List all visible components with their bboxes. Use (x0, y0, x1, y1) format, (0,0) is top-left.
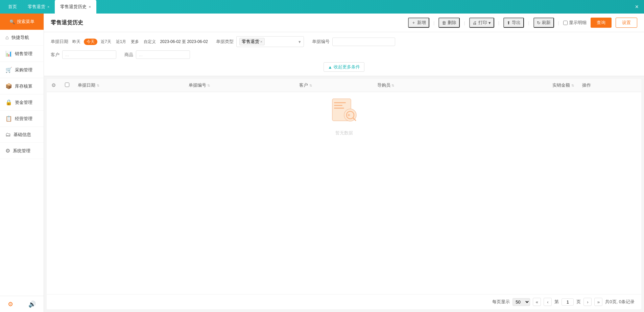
per-page-select[interactable]: 10 20 50 100 (512, 298, 530, 306)
pagination: 每页显示 10 20 50 100 « ‹ 第 1 页 › (47, 294, 641, 309)
collapse-label: 收起更多条件 (334, 64, 360, 70)
main-layout: 🔍 搜索菜单 ⌂ 快捷导航 📊 销售管理 🛒 采购管理 📦 库存核算 🔒 (0, 14, 644, 312)
sidebar-item-purchase-mgmt[interactable]: 🛒 采购管理 (0, 62, 44, 78)
type-tag-label: 零售退货 (242, 39, 259, 45)
tab-retail-return-history-close[interactable]: × (89, 5, 91, 9)
svg-rect-1 (334, 102, 346, 103)
date-btn-last1month[interactable]: 近1月 (115, 39, 128, 45)
order-no-sort-icon[interactable]: ⇅ (207, 84, 210, 87)
refresh-button[interactable]: ↻ 刷新 (533, 18, 554, 28)
first-page-button[interactable]: « (533, 298, 541, 306)
sidebar-search-button[interactable]: 🔍 搜索菜单 (0, 14, 44, 30)
display-detail-toggle[interactable]: 显示明细 (563, 20, 587, 26)
refresh-button-label: 刷新 (542, 20, 551, 26)
tab-home[interactable]: 首页 (3, 0, 22, 14)
date-btn-custom[interactable]: 自定义 (142, 39, 157, 45)
type-tag-close[interactable]: × (260, 40, 262, 44)
select-all-checkbox[interactable] (65, 83, 69, 87)
display-detail-label: 显示明细 (569, 20, 587, 26)
sidebar-item-system-mgmt[interactable]: ⚙ 系统管理 (0, 143, 44, 159)
table-header-guide-label: 导购员 (377, 83, 390, 88)
tab-retail-return-history[interactable]: 零售退货历史 × (55, 0, 96, 14)
next-page-button[interactable]: › (583, 298, 592, 306)
print-arrow-icon: ▾ (488, 20, 491, 25)
finance-icon: 🔒 (5, 99, 12, 106)
home-icon: ⌂ (5, 35, 9, 41)
query-button[interactable]: 查询 (591, 18, 612, 28)
sidebar-item-sales-mgmt[interactable]: 📊 销售管理 (0, 46, 44, 62)
refresh-icon: ↻ (537, 20, 541, 25)
sidebar-item-system-mgmt-label: 系统管理 (13, 148, 30, 154)
display-detail-checkbox[interactable] (563, 21, 568, 25)
page-title: 零售退货历史 (51, 19, 83, 26)
per-page-label: 每页显示 (492, 299, 510, 305)
setting-button[interactable]: 设置 (616, 18, 637, 28)
sidebar-item-quick-nav-label: 快捷导航 (11, 35, 29, 41)
date-sort-icon[interactable]: ⇅ (97, 84, 99, 87)
last-page-button[interactable]: » (594, 298, 602, 306)
actual-amount-sort-icon[interactable]: ⇅ (571, 84, 574, 87)
type-filter-label: 单据类型 (216, 39, 234, 45)
tab-retail-return-label: 零售退货 (28, 4, 45, 10)
date-options-row: 昨天 今天 近7天 近1月 更多 自定义 (71, 39, 157, 45)
settings-bottom-icon[interactable]: ⚙ (8, 300, 13, 308)
table-header-actual-amount: 实销金额 ⇅ (467, 79, 578, 92)
sidebar-item-purchase-mgmt-label: 采购管理 (15, 67, 32, 73)
date-btn-yesterday[interactable]: 昨天 (71, 39, 82, 45)
page-number-input[interactable]: 1 (562, 298, 574, 306)
table-header-date-label: 单据日期 (78, 83, 95, 88)
sidebar-item-inventory-calc[interactable]: 📦 库存核算 (0, 78, 44, 94)
date-btn-today[interactable]: 今天 (84, 39, 97, 45)
export-button-label: 导出 (512, 20, 521, 26)
table-header-operation: 操作 (578, 79, 641, 92)
sidebar: 🔍 搜索菜单 ⌂ 快捷导航 📊 销售管理 🛒 采购管理 📦 库存核算 🔒 (0, 14, 44, 312)
inventory-icon: 📦 (5, 83, 12, 89)
table-header-operation-label: 操作 (582, 83, 591, 88)
tab-list: 首页 零售退货 × 零售退货历史 × (3, 0, 629, 14)
new-button-label: 新增 (417, 20, 426, 26)
table-header-row: ⚙ 单据日期 ⇅ 单据编号 ⇅ (47, 79, 641, 92)
column-settings-icon[interactable]: ⚙ (51, 82, 56, 88)
type-tag: 零售退货 × (239, 38, 265, 45)
sidebar-item-finance-mgmt-label: 资金管理 (15, 99, 32, 106)
sidebar-item-finance-mgmt[interactable]: 🔒 资金管理 (0, 94, 44, 111)
customer-sort-icon[interactable]: ⇅ (309, 84, 312, 87)
content-area: 零售退货历史 ＋ 新增 | 🗑 删除 | 🖨 打印 ▾ | (44, 14, 644, 312)
empty-state: 暂无数据 (47, 92, 641, 136)
empty-text: 暂无数据 (335, 130, 353, 136)
prev-page-button[interactable]: ‹ (544, 298, 552, 306)
filter-area: 单据日期 昨天 今天 近7天 近1月 更多 自定义 2023-06-02 至 2… (44, 32, 644, 76)
print-button[interactable]: 🖨 打印 ▾ (469, 18, 494, 28)
filter-product-item: 商品 ... (124, 50, 190, 59)
collapse-more-button[interactable]: ▲ 收起更多条件 (324, 62, 364, 72)
sidebar-item-basic-info[interactable]: 🗂 基础信息 (0, 127, 44, 143)
new-button[interactable]: ＋ 新增 (408, 18, 429, 28)
date-btn-last7days[interactable]: 近7天 (99, 39, 113, 45)
tab-retail-return[interactable]: 零售退货 × (22, 0, 55, 14)
order-no-input[interactable] (332, 38, 395, 46)
page-header: 零售退货历史 ＋ 新增 | 🗑 删除 | 🖨 打印 ▾ | (44, 14, 644, 32)
page-suffix-label: 页 (576, 299, 581, 305)
sidebar-item-operations-mgmt[interactable]: 📋 经营管理 (0, 111, 44, 127)
type-select[interactable]: 零售退货 × ▾ (236, 36, 304, 47)
sidebar-item-quick-nav[interactable]: ⌂ 快捷导航 (0, 30, 44, 46)
plus-icon: ＋ (411, 20, 416, 26)
product-input[interactable]: ... (136, 50, 190, 59)
window-close-button[interactable]: × (629, 3, 644, 10)
customer-input[interactable]: ... (62, 50, 116, 59)
delete-icon: 🗑 (442, 20, 446, 25)
tab-retail-return-close[interactable]: × (47, 5, 49, 9)
export-button[interactable]: ⬆ 导出 (503, 18, 524, 28)
tab-home-label: 首页 (8, 4, 17, 10)
table-checkbox-header (60, 79, 74, 92)
speaker-bottom-icon[interactable]: 🔊 (28, 300, 36, 308)
basic-info-icon: 🗂 (5, 132, 11, 138)
last-page-icon: » (597, 299, 600, 305)
sidebar-bottom: ⚙ 🔊 (0, 296, 44, 312)
guide-sort-icon[interactable]: ⇅ (391, 84, 394, 87)
svg-rect-3 (334, 108, 344, 109)
delete-button[interactable]: 🗑 删除 (438, 18, 460, 28)
date-btn-more[interactable]: 更多 (129, 39, 140, 45)
sidebar-item-inventory-calc-label: 库存核算 (15, 83, 32, 89)
type-select-arrow: ▾ (299, 39, 301, 44)
